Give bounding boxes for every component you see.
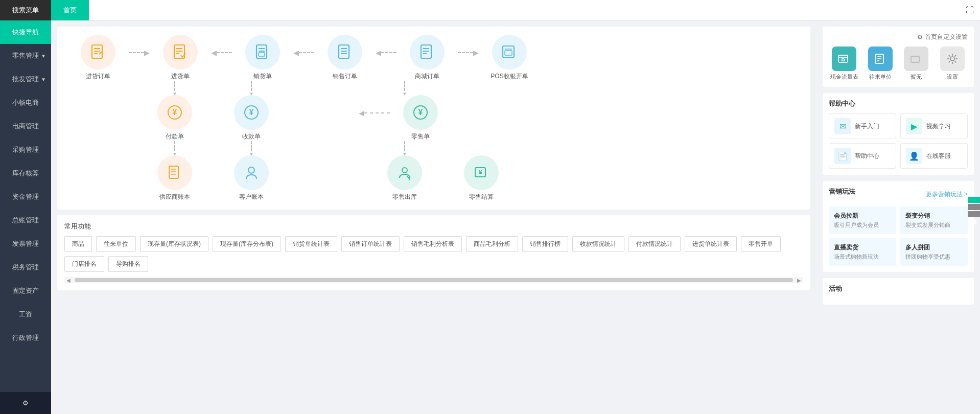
- node-payment[interactable]: ¥ 付款单: [144, 95, 205, 141]
- sidebar-gear[interactable]: ⚙: [0, 392, 51, 414]
- scrollbar-thumb[interactable]: [75, 278, 793, 282]
- mkt-fission-title: 裂变分销: [905, 212, 963, 220]
- sidebar-item-salary[interactable]: 工资: [0, 303, 51, 326]
- retail-outbound-icon: [387, 155, 422, 190]
- float-btn-community[interactable]: 服务社区: [968, 204, 980, 210]
- scrollbar[interactable]: ◀ ▶: [64, 277, 803, 283]
- mkt-group-desc: 拼团购物享受优惠: [905, 253, 963, 261]
- partner-icon: [868, 47, 893, 71]
- supplier-account-icon: [157, 155, 192, 190]
- scroll-left[interactable]: ◀: [64, 278, 73, 283]
- sidebar-item-finance[interactable]: 资金管理: [0, 185, 51, 209]
- arrow-mo-so: ▶: [376, 49, 396, 66]
- node-receipt[interactable]: ¥ 收款单: [221, 95, 282, 141]
- scroll-right[interactable]: ▶: [795, 278, 803, 283]
- func-btn-store-rank[interactable]: 门店排名: [64, 256, 104, 272]
- float-btn-desktop[interactable]: 桌面快捷: [968, 211, 980, 217]
- node-retail-settlement[interactable]: ¥ 零售结算: [451, 155, 512, 201]
- func-btn-sales-profit[interactable]: 销售毛利分析表: [404, 236, 462, 252]
- node-sales-bill[interactable]: 销货单: [232, 35, 293, 81]
- sidebar-item-ecom-small[interactable]: 小畅电商: [0, 91, 51, 114]
- func-btn-guide-rank[interactable]: 导购排名: [108, 256, 148, 272]
- node-retail-outbound[interactable]: 零售出库: [374, 155, 435, 201]
- help-item-video[interactable]: ▶ 视频学习: [900, 113, 968, 139]
- float-btn-service[interactable]: 客服热线: [968, 197, 980, 203]
- beginner-icon: ✉: [834, 118, 851, 134]
- flow-row-3: 供应商账本 客户账本: [67, 155, 800, 201]
- func-btn-sales-order-stat[interactable]: 销售订单统计表: [341, 236, 400, 252]
- help-item-service[interactable]: 👤 在线客服: [900, 143, 968, 169]
- qa-item-cashflow[interactable]: 现金流量表: [829, 47, 860, 81]
- sidebar-item-tax[interactable]: 税务管理: [0, 256, 51, 279]
- func-btn-goods-profit[interactable]: 商品毛利分析: [466, 236, 518, 252]
- sidebar-item-wholesale[interactable]: 批发管理 ▼: [0, 67, 51, 91]
- svg-rect-29: [169, 166, 178, 178]
- node-pos[interactable]: POS收银开单: [479, 35, 540, 81]
- sidebar-item-ecom-mgmt[interactable]: 电商管理: [0, 114, 51, 138]
- node-purchase-order[interactable]: 进货订单: [67, 35, 129, 81]
- activity-title: 活动: [829, 284, 968, 293]
- arrow-so-sb: ▶: [293, 49, 314, 66]
- func-btn-payment-stat[interactable]: 付款情况统计: [628, 236, 681, 252]
- beginner-label: 新手入门: [855, 122, 879, 131]
- svg-point-40: [842, 59, 845, 61]
- svg-rect-45: [911, 56, 919, 62]
- sidebar-item-invoice[interactable]: 发票管理: [0, 232, 51, 256]
- help-center: 帮助中心 ✉ 新手入门 ▶ 视频学习 📄 帮助中心 👤: [823, 93, 974, 175]
- flow-row-2: ¥ 付款单 ¥ 收款单: [67, 95, 800, 141]
- float-buttons: 客服热线 服务社区 桌面快捷: [968, 197, 980, 217]
- gear-settings-icon: ⚙: [917, 34, 923, 41]
- node-sales-order[interactable]: 销售订单: [314, 35, 376, 81]
- func-btn-goods[interactable]: 商品: [64, 236, 92, 252]
- sidebar-item-admin[interactable]: 行政管理: [0, 326, 51, 350]
- func-btn-purchase-stat[interactable]: 进货单统计表: [685, 236, 737, 252]
- func-btn-sales-stat[interactable]: 销货单统计表: [285, 236, 337, 252]
- vcell-retail-arrow: ▼: [374, 141, 435, 157]
- node-payment-label: 付款单: [166, 132, 184, 141]
- svg-rect-16: [421, 45, 431, 58]
- pos-icon: [492, 35, 527, 70]
- svg-point-34: [402, 168, 407, 173]
- sidebar-item-fixed-assets[interactable]: 固定资产: [0, 279, 51, 303]
- qa-item-none[interactable]: 暂无: [901, 47, 932, 81]
- node-mall-order[interactable]: 商城订单: [396, 35, 458, 81]
- node-pos-label: POS收银开单: [491, 72, 528, 81]
- func-btn-retail-order[interactable]: 零售开单: [741, 236, 781, 252]
- node-purchase-bill[interactable]: 进货单: [150, 35, 211, 81]
- func-btn-inventory-status[interactable]: 现存量(库存状况表): [140, 236, 208, 252]
- arrow-po-pb: ▶: [129, 49, 150, 66]
- help-item-beginner[interactable]: ✉ 新手入门: [829, 113, 896, 139]
- help-item-help[interactable]: 📄 帮助中心: [829, 143, 896, 169]
- tab-home[interactable]: 首页: [51, 0, 89, 20]
- qa-settings[interactable]: ⚙ 首页自定义设置: [917, 33, 968, 41]
- node-retail-bill[interactable]: ¥ 零售单: [390, 95, 451, 141]
- sidebar-item-quick-nav[interactable]: 快捷导航: [0, 20, 51, 44]
- marketing-item-live[interactable]: 直播卖货 场景式购物新玩法: [829, 238, 896, 266]
- expand-icon[interactable]: ⛶: [966, 6, 974, 15]
- node-supplier-account[interactable]: 供应商账本: [144, 155, 205, 201]
- sidebar-item-ledger[interactable]: 总账管理: [0, 209, 51, 232]
- arrow-mo-pos: ▶: [458, 49, 479, 66]
- sidebar-item-retail[interactable]: 零售管理 ▼: [0, 44, 51, 67]
- common-functions: 常用功能 商品 往来单位 现存量(库存状况表) 现存量(库存分布表) 销货单统计…: [57, 215, 810, 290]
- mkt-member-title: 会员拉新: [834, 212, 891, 220]
- node-customer-account[interactable]: 客户账本: [221, 155, 282, 201]
- marketing-item-fission[interactable]: 裂变分销 裂变式发展分销商: [900, 206, 968, 234]
- search-menu[interactable]: 搜索菜单: [0, 0, 51, 20]
- marketing-item-member[interactable]: 会员拉新 吸引用户成为会员: [829, 206, 896, 234]
- func-btn-receipt-stat[interactable]: 收款情况统计: [572, 236, 624, 252]
- customer-account-icon: [234, 155, 269, 190]
- svg-line-54: [949, 61, 950, 62]
- func-btn-inventory-dist[interactable]: 现存量(库存分布表): [213, 236, 281, 252]
- marketing-item-group[interactable]: 多人拼团 拼团购物享受优惠: [900, 238, 968, 266]
- cashflow-icon: [832, 47, 856, 71]
- func-btn-sales-rank[interactable]: 销售排行榜: [522, 236, 568, 252]
- sidebar-item-inventory[interactable]: 库存核算: [0, 162, 51, 185]
- func-btn-partner[interactable]: 往来单位: [96, 236, 136, 252]
- qa-item-settings[interactable]: 设置: [937, 47, 968, 81]
- vcell-pb-arrow: ▼: [144, 81, 205, 97]
- more-link[interactable]: 更多营销玩法 >: [926, 190, 968, 199]
- right-panel: ⚙ 首页自定义设置 现金流量表 往来单位: [816, 20, 980, 414]
- qa-item-partner[interactable]: 往来单位: [865, 47, 896, 81]
- sidebar-item-purchase[interactable]: 采购管理: [0, 138, 51, 162]
